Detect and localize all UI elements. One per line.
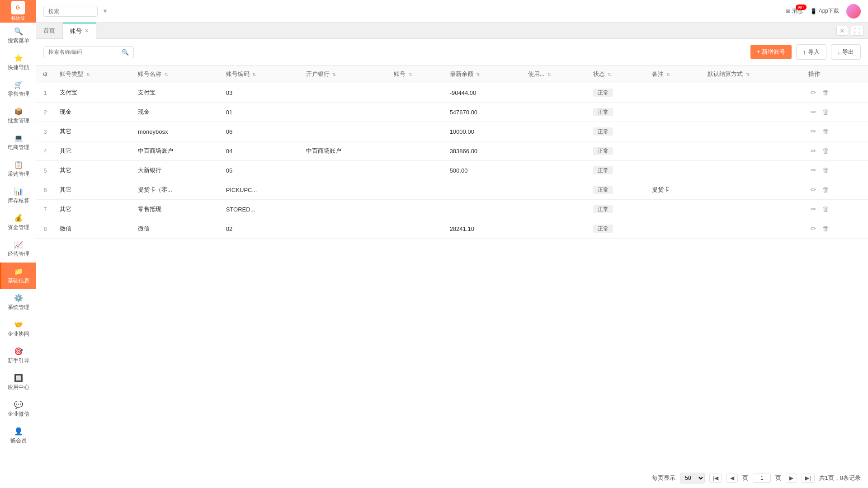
- expand-panel-button[interactable]: ⛶: [851, 26, 863, 36]
- add-account-button[interactable]: + 新增账号: [750, 45, 792, 59]
- col-default-settlement-label: 默认结算方式: [708, 70, 743, 77]
- cell-status: 正常: [588, 103, 646, 122]
- logo-sub: 畅捷版: [11, 15, 25, 22]
- page-size-select[interactable]: 50 100: [680, 473, 705, 483]
- sidebar-item-app-center[interactable]: 🔲 应用中心: [0, 369, 36, 396]
- sidebar-item-basic-info[interactable]: 📁 基础信息: [0, 263, 36, 289]
- cell-no: 3: [36, 122, 54, 141]
- sidebar-item-search-menu[interactable]: 🔍 搜索菜单: [0, 23, 36, 49]
- col-latest-balance[interactable]: 最新余额 ⇅: [444, 66, 523, 83]
- sidebar-item-ecommerce-mgmt[interactable]: 💻 电商管理: [0, 129, 36, 156]
- add-account-label: + 新增账号: [757, 48, 785, 56]
- sidebar-item-label: 采购管理: [8, 170, 29, 178]
- sidebar-item-operations-mgmt[interactable]: 📈 经营管理: [0, 236, 36, 263]
- cell-bank: [301, 200, 389, 219]
- message-button[interactable]: ✉ 消息 99+: [786, 7, 803, 15]
- tab-home[interactable]: 首页: [36, 23, 63, 39]
- sidebar-item-enterprise-agreement[interactable]: 🤝 企业协同: [0, 316, 36, 343]
- delete-button[interactable]: 🗑: [820, 127, 831, 136]
- col-account-no[interactable]: 账号 ⇅: [388, 66, 444, 83]
- sort-icon-balance: ⇅: [476, 72, 480, 77]
- sidebar-item-wholesale-mgmt[interactable]: 📦 批发管理: [0, 103, 36, 129]
- col-settings[interactable]: ⚙: [36, 66, 54, 83]
- avatar[interactable]: [846, 4, 861, 19]
- edit-button[interactable]: ✏: [808, 185, 819, 195]
- first-page-button[interactable]: |◀: [709, 474, 722, 483]
- wholesale-icon: 📦: [14, 107, 23, 116]
- export-label: 导出: [842, 48, 854, 56]
- export-button[interactable]: ↓ 导出: [831, 44, 861, 60]
- sidebar-item-changhui-member[interactable]: 👤 畅会员: [0, 422, 36, 449]
- delete-button[interactable]: 🗑: [820, 185, 831, 194]
- sidebar-item-purchase-mgmt[interactable]: 📋 采购管理: [0, 156, 36, 183]
- content-area: 🔍 + 新增账号 ↑ 导入 ↓ 导出: [36, 39, 868, 488]
- member-icon: 👤: [14, 427, 23, 436]
- status-badge: 正常: [593, 108, 613, 116]
- cell-usage: [523, 200, 588, 219]
- edit-button[interactable]: ✏: [808, 107, 819, 117]
- status-badge: 正常: [593, 186, 613, 194]
- sidebar-item-quick-nav[interactable]: ⭐ 快捷导航: [0, 49, 36, 76]
- search-box[interactable]: 🔍: [43, 46, 134, 58]
- cell-actions: ✏ 🗑: [803, 161, 868, 180]
- last-page-button[interactable]: ▶|: [802, 474, 814, 483]
- col-default-settlement[interactable]: 默认结算方式 ⇅: [702, 66, 803, 83]
- prev-page-button[interactable]: ◀: [726, 474, 738, 483]
- sort-icon-usage: ⇅: [547, 72, 551, 77]
- page-input[interactable]: [753, 474, 771, 483]
- chevron-down-icon[interactable]: ▼: [102, 8, 108, 14]
- app-logo: G 畅捷版: [0, 0, 36, 23]
- delete-button[interactable]: 🗑: [820, 165, 831, 175]
- cell-actions: ✏ 🗑: [803, 103, 868, 122]
- cell-acno: [388, 141, 444, 161]
- cell-balance: 547670.00: [444, 103, 523, 122]
- sidebar: G 畅捷版 🔍 搜索菜单 ⭐ 快捷导航 🛒 零售管理 📦 批发管理 💻 电商管理…: [0, 0, 36, 488]
- delete-button[interactable]: 🗑: [820, 88, 831, 97]
- sidebar-item-system-mgmt[interactable]: ⚙️ 系统管理: [0, 289, 36, 316]
- col-account-code[interactable]: 账号编码 ⇅: [221, 66, 301, 83]
- col-account-type[interactable]: 账号类型 ⇅: [54, 66, 132, 83]
- beginner-icon: 🎯: [14, 347, 23, 356]
- delete-button[interactable]: 🗑: [820, 146, 831, 155]
- app-download-button[interactable]: 📱 App下载: [810, 7, 839, 15]
- sidebar-item-enterprise-wechat[interactable]: 💬 企业微信: [0, 396, 36, 422]
- sidebar-item-inventory[interactable]: 📊 库存核算: [0, 183, 36, 209]
- tab-account[interactable]: 账号 ✕: [63, 23, 96, 39]
- cell-acno: [388, 219, 444, 239]
- page-label: 页: [742, 474, 748, 482]
- delete-button[interactable]: 🗑: [820, 107, 831, 117]
- edit-button[interactable]: ✏: [808, 224, 819, 234]
- search-input[interactable]: [48, 49, 119, 55]
- next-page-button[interactable]: ▶: [786, 474, 797, 483]
- edit-button[interactable]: ✏: [808, 127, 819, 136]
- col-opening-bank[interactable]: 开户银行 ⇅: [301, 66, 389, 83]
- edit-button[interactable]: ✏: [808, 204, 819, 214]
- sidebar-item-label: 企业协同: [8, 330, 29, 338]
- cell-code: 05: [221, 161, 301, 180]
- main-area: ▼ ✉ 消息 99+ 📱 App下载 首页 账号 ✕ ✕ ⛶: [36, 0, 868, 488]
- col-account-name[interactable]: 账号名称 ⇅: [132, 66, 221, 83]
- delete-button[interactable]: 🗑: [820, 204, 831, 214]
- edit-button[interactable]: ✏: [808, 165, 819, 175]
- col-notes[interactable]: 备注 ⇅: [646, 66, 702, 83]
- tab-close-icon[interactable]: ✕: [85, 28, 89, 34]
- capital-icon: 💰: [14, 214, 23, 222]
- col-status-label: 状态: [593, 70, 605, 77]
- top-search-input[interactable]: [43, 6, 98, 17]
- col-usage[interactable]: 使用... ⇅: [523, 66, 588, 83]
- sort-icon-notes: ⇅: [666, 72, 670, 77]
- settings-icon[interactable]: ⚙: [42, 71, 48, 78]
- col-status[interactable]: 状态 ⇅: [588, 66, 646, 83]
- cell-bank: [301, 83, 389, 103]
- import-button[interactable]: ↑ 导入: [796, 44, 826, 60]
- edit-button[interactable]: ✏: [808, 146, 819, 156]
- close-panel-button[interactable]: ✕: [836, 26, 848, 36]
- app-icon: 📱: [810, 8, 817, 14]
- sidebar-item-beginner-guide[interactable]: 🎯 新手引导: [0, 343, 36, 369]
- sidebar-item-retail-mgmt[interactable]: 🛒 零售管理: [0, 76, 36, 103]
- delete-button[interactable]: 🗑: [820, 224, 831, 233]
- sidebar-item-capital-mgmt[interactable]: 💰 资金管理: [0, 209, 36, 236]
- table-row: 6 其它 提货卡（零... PICKUPC... 正常 提货卡 ✏ 🗑: [36, 180, 868, 200]
- search-icon[interactable]: 🔍: [122, 49, 129, 56]
- edit-button[interactable]: ✏: [808, 88, 819, 98]
